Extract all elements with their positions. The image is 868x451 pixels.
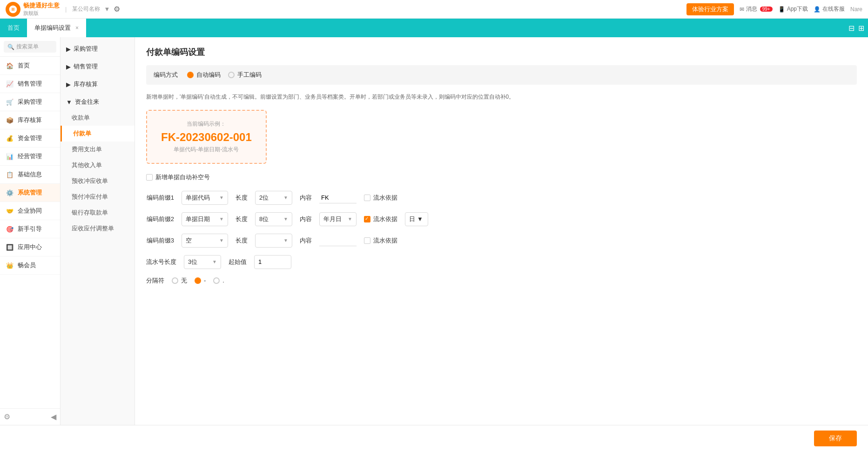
preview-label: 当前编码示例： — [161, 120, 252, 128]
trial-industry-button[interactable]: 体验行业方案 — [686, 3, 734, 15]
sub-item-receipt[interactable]: 收款单 — [61, 110, 135, 126]
sub-group-funds-title[interactable]: ▼ 资金往来 — [61, 94, 135, 110]
form-rows: 编码前缀1 单据代码 ▼ 长度 2位 ▼ 内容 — [146, 191, 857, 248]
apps-icon: 🔲 — [6, 243, 14, 251]
prefix2-serial-checkbox[interactable]: 流水依据 — [364, 215, 397, 223]
settings-icon[interactable]: ⚙ — [114, 5, 120, 13]
separator-none-radio[interactable]: 无 — [172, 276, 187, 285]
sidebar-item-guide[interactable]: 🎯 新手引导 — [0, 220, 60, 238]
page-content: 付款单编码设置 编码方式 自动编码 手工编码 — [135, 37, 868, 425]
sidebar-item-apps[interactable]: 🔲 应用中心 — [0, 238, 60, 256]
arrow-right-icon2: ▶ — [66, 63, 71, 70]
auto-code-radio-circle — [187, 72, 194, 78]
separator-dot-radio[interactable]: . — [213, 277, 224, 284]
prefix3-length-select[interactable]: ▼ — [255, 234, 292, 248]
page-title: 付款单编码设置 — [146, 47, 857, 58]
collapse-sidebar-icon[interactable]: ◀ — [51, 412, 56, 421]
sub-item-payment[interactable]: 付款单 — [61, 126, 135, 141]
topbar-left: 畅捷通好生意 旗舰版 | 某公司名称 ▼ ⚙ — [6, 2, 120, 17]
sidebar-item-enterprise[interactable]: 🤝 企业协同 — [0, 202, 60, 220]
sub-group-sales-title[interactable]: ▶ 销售管理 — [61, 59, 135, 74]
nav-tab-controls: ⊟ ⊞ — [848, 24, 868, 33]
nav-tabs: 首页 单据编码设置 × ⊟ ⊞ — [0, 19, 868, 37]
topbar-actions: 体验行业方案 ✉ 消息 99+ 📱 App下载 👤 在线客服 Nare — [686, 3, 862, 15]
prefix1-length-select[interactable]: 2位 ▼ — [255, 191, 292, 205]
prefix3-select[interactable]: 空 ▼ — [182, 234, 228, 248]
inventory-icon: 📦 — [6, 116, 14, 124]
separator-radio-group: 无 - . — [172, 276, 224, 285]
content-area: ▶ 采购管理 ▶ 销售管理 ▶ 库存核算 — [61, 37, 868, 425]
sub-group-inventory-title[interactable]: ▶ 库存核算 — [61, 76, 135, 92]
serial-length-label: 流水号长度 — [146, 258, 176, 266]
prefix1-dropdown-icon: ▼ — [219, 195, 224, 200]
prefix2-content-select[interactable]: 年月日 ▼ — [319, 212, 357, 226]
arrow-down-icon: ▼ — [66, 99, 72, 106]
save-button[interactable]: 保存 — [814, 431, 857, 446]
sub-item-bank[interactable]: 银行存取款单 — [61, 205, 135, 221]
auto-fill-checkbox-box — [146, 174, 153, 181]
sub-item-expense[interactable]: 费用支出单 — [61, 141, 135, 157]
search-input-area[interactable]: 🔍 搜索菜单 — [4, 41, 56, 53]
sub-group-inventory: ▶ 库存核算 — [61, 76, 135, 92]
message-button[interactable]: ✉ 消息 99+ — [740, 5, 773, 13]
sub-item-adjustment[interactable]: 应收应付调整单 — [61, 221, 135, 236]
sidebar-search[interactable]: 🔍 搜索菜单 — [0, 37, 60, 57]
sub-item-pre-payment[interactable]: 预付冲应付单 — [61, 189, 135, 205]
manual-code-radio[interactable]: 手工编码 — [228, 71, 262, 79]
sidebar-item-home[interactable]: 🏠 首页 — [0, 57, 60, 75]
online-service-button[interactable]: 👤 在线客服 — [814, 5, 845, 13]
prefix1-length-label: 长度 — [236, 194, 248, 202]
prefix3-content-input[interactable] — [319, 235, 357, 246]
prefix2-select[interactable]: 单据日期 ▼ — [182, 212, 228, 226]
prefix2-content-label: 内容 — [300, 215, 312, 223]
sidebar-item-finance[interactable]: 💰 资金管理 — [0, 129, 60, 148]
sub-layout: ▶ 采购管理 ▶ 销售管理 ▶ 库存核算 — [61, 37, 868, 425]
sub-item-other-income[interactable]: 其他收入单 — [61, 157, 135, 173]
sidebar-item-system[interactable]: ⚙️ 系统管理 — [0, 184, 60, 202]
maximize-button[interactable]: ⊞ — [858, 24, 864, 33]
minimize-button[interactable]: ⊟ — [848, 24, 855, 33]
tab-close-icon[interactable]: × — [75, 25, 79, 31]
auto-fill-checkbox[interactable]: 新增单据自动补空号 — [146, 173, 210, 182]
prefix2-length-dropdown-icon: ▼ — [283, 216, 288, 222]
prefix2-length-select[interactable]: 8位 ▼ — [255, 212, 292, 226]
sidebar-item-inventory[interactable]: 📦 库存核算 — [0, 111, 60, 129]
bottom-bar: 保存 — [0, 425, 868, 451]
sub-group-sales: ▶ 销售管理 — [61, 59, 135, 74]
sidebar-item-base[interactable]: 📋 基础信息 — [0, 166, 60, 184]
auto-code-radio[interactable]: 自动编码 — [187, 71, 221, 79]
prefix1-serial-checkbox[interactable]: 流水依据 — [364, 194, 397, 202]
user-name[interactable]: Nare — [850, 6, 862, 13]
sidebar-item-operations[interactable]: 📊 经营管理 — [0, 148, 60, 166]
sub-group-purchase-title[interactable]: ▶ 采购管理 — [61, 41, 135, 57]
main-layout: 🔍 搜索菜单 🏠 首页 📈 销售管理 🛒 采购管理 📦 库存核算 💰 — [0, 37, 868, 425]
guide-icon: 🎯 — [6, 225, 14, 233]
prefix2-length-label: 长度 — [236, 215, 248, 223]
prefix1-select[interactable]: 单据代码 ▼ — [182, 191, 228, 205]
settings-footer-icon[interactable]: ⚙ — [4, 412, 10, 421]
sidebar-item-member[interactable]: 👑 畅会员 — [0, 256, 60, 275]
app-download-button[interactable]: 📱 App下载 — [778, 5, 808, 13]
sub-item-pre-receipt[interactable]: 预收冲应收单 — [61, 173, 135, 189]
tab-code-settings[interactable]: 单据编码设置 × — [27, 19, 86, 37]
serial-length-select[interactable]: 3位 ▼ — [184, 255, 221, 269]
prefix2-content-dropdown-icon: ▼ — [348, 216, 352, 222]
prefix1-content-input[interactable] — [319, 192, 357, 203]
prefix2-day-select[interactable]: 日 ▼ — [405, 212, 428, 226]
prefix3-label: 编码前缀3 — [146, 236, 174, 245]
prefix3-length-dropdown-icon: ▼ — [283, 238, 288, 243]
prefix2-dropdown-icon: ▼ — [219, 216, 224, 222]
serial-start-input[interactable] — [254, 255, 291, 269]
prefix2-label: 编码前缀2 — [146, 215, 174, 223]
prefix3-serial-checkbox[interactable]: 流水依据 — [364, 236, 397, 245]
separator-dash-radio[interactable]: - — [195, 277, 206, 284]
company-name: 某公司名称 — [72, 5, 100, 13]
arrow-right-icon: ▶ — [66, 46, 71, 53]
tab-home[interactable]: 首页 — [0, 19, 27, 37]
sidebar-item-purchase[interactable]: 🛒 采购管理 — [0, 93, 60, 111]
encoding-method-row: 编码方式 自动编码 手工编码 — [146, 65, 857, 85]
sidebar-item-sales[interactable]: 📈 销售管理 — [0, 75, 60, 93]
prefix1-content-label: 内容 — [300, 194, 312, 202]
separator-row: 分隔符 无 - . — [146, 276, 857, 285]
company-dropdown-icon[interactable]: ▼ — [104, 6, 110, 13]
